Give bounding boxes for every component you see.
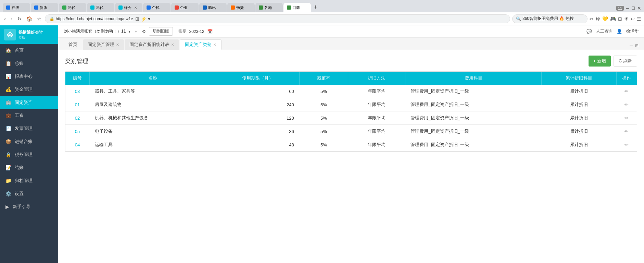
cell-rate: 5% <box>300 111 348 125</box>
sidebar-item-label: 工资 <box>15 112 24 119</box>
browser-tab-8[interactable]: 畅捷 <box>227 3 255 12</box>
browser-tab-6[interactable]: 企业 <box>171 3 199 12</box>
sidebar-item-label: 总账 <box>15 60 24 67</box>
home-button[interactable]: 🏠 <box>25 15 34 22</box>
sidebar-item-funds[interactable]: 💰 资金管理 <box>0 83 58 96</box>
cell-action[interactable]: ✏ <box>616 85 637 98</box>
sidebar: 会 畅捷通好会计 专版 🏠 首页 📋 总账 📊 报表中心 💰 资金管理 🏢 固定… <box>0 25 58 263</box>
app-tab-depreciation[interactable]: 固定资产折旧统计表 ✕ <box>125 39 179 50</box>
cell-method: 年限平均 <box>348 125 405 138</box>
search-box[interactable]: 🔍 360智能抠图免费用 🔥 热搜 <box>512 14 588 23</box>
sidebar-item-home[interactable]: 🏠 首页 <box>0 44 58 57</box>
purchases-icon: 📦 <box>5 139 11 144</box>
sidebar-item-ledger[interactable]: 📋 总账 <box>0 57 58 70</box>
dropdown-icon[interactable]: ▾ <box>128 29 130 34</box>
expand-tab-icon[interactable]: ⊞ <box>635 43 639 48</box>
app-tab-category[interactable]: 固定资产类别 ✕ <box>180 39 222 50</box>
tab-close-icon[interactable]: ✕ <box>213 43 216 47</box>
reports-icon: 📊 <box>5 74 11 79</box>
address-bar: ‹ › ↻ 🏠 ☆ 🔒 https://cloud.chanjet.com/ac… <box>0 12 644 25</box>
cell-code: 01 <box>65 98 89 111</box>
bookmark-button[interactable]: ☆ <box>36 15 43 22</box>
app-tab-fixed-mgmt[interactable]: 固定资产管理 ✕ <box>83 39 124 50</box>
undo-icon[interactable]: ↩ <box>631 16 635 22</box>
sidebar-item-purchases[interactable]: 📦 进销台账 <box>0 135 58 148</box>
home-icon: 🏠 <box>5 48 11 53</box>
calendar-icon[interactable]: 📅 <box>207 29 213 34</box>
sidebar-item-payroll[interactable]: 💼 工资 <box>0 109 58 122</box>
grid-icon[interactable]: ⊞ <box>618 16 622 22</box>
sidebar-item-archive[interactable]: 📁 归档管理 <box>0 174 58 187</box>
scissor-icon[interactable]: ✂ <box>590 16 594 22</box>
cell-action[interactable]: ✏ <box>616 111 637 125</box>
funds-icon: 💰 <box>5 87 11 92</box>
forward-button[interactable]: › <box>9 15 14 23</box>
settings-menu-icon: ⚙️ <box>5 191 11 196</box>
cell-action[interactable]: ✏ <box>616 138 637 152</box>
browser-tab-3[interactable]: 易代 <box>87 3 114 12</box>
tab-label: 在线 <box>12 5 19 10</box>
tax-icon: 🔒 <box>5 152 11 157</box>
browser-tab-4[interactable]: 好会 ✕ <box>115 3 142 12</box>
tab-close-icon[interactable]: ✕ <box>134 6 137 10</box>
new-tab-button[interactable]: + <box>312 4 319 11</box>
translate-icon[interactable]: 译 <box>596 16 600 22</box>
cell-action[interactable]: ✏ <box>616 98 637 111</box>
minimize-icon[interactable]: ─ <box>626 5 629 11</box>
edit-icon[interactable]: ✏ <box>624 142 629 147</box>
sidebar-item-settings[interactable]: ⚙️ 设置 <box>0 187 58 200</box>
sidebar-item-fixed-assets[interactable]: 🏢 固定资产 <box>0 96 58 109</box>
close-icon[interactable]: ✕ <box>637 5 641 11</box>
edit-icon[interactable]: ✏ <box>624 115 629 121</box>
consultant-label[interactable]: 人工咨询 <box>596 28 613 34</box>
game-icon[interactable]: 🎮 <box>610 16 616 22</box>
cell-expense: 管理费用_固定资产折旧_一级 <box>405 138 541 152</box>
edit-icon[interactable]: ✏ <box>624 88 629 94</box>
edit-icon[interactable]: ✏ <box>624 102 629 107</box>
refresh-button[interactable]: C 刷新 <box>614 56 637 67</box>
table-row: 01 房屋及建筑物 240 5% 年限平均 管理费用_固定资产折旧_一级 累计折… <box>65 98 637 111</box>
add-button[interactable]: + 新增 <box>589 56 611 67</box>
consultant-icon: 💬 <box>586 29 592 34</box>
switch-version-button[interactable]: 切到旧版 <box>149 27 173 36</box>
browser-tab-1[interactable]: 新版 <box>31 3 58 12</box>
search-icon: 🔍 <box>516 16 521 21</box>
sidebar-item-tax[interactable]: 🔒 税务管理 <box>0 148 58 161</box>
settings-icon[interactable]: ☀ <box>624 16 629 22</box>
cell-accum: 累计折旧 <box>542 138 616 152</box>
tab-label: 畅捷 <box>236 5 244 10</box>
menu-icon[interactable]: ☰ <box>637 16 641 22</box>
page-title-bar: 类别管理 + 新增 C 刷新 <box>65 56 637 67</box>
wallet-icon[interactable]: 💛 <box>602 16 608 22</box>
browser-tab-2[interactable]: 易代 <box>59 3 86 12</box>
cell-action[interactable]: ✏ <box>616 125 637 138</box>
tab-close-icon[interactable]: ✕ <box>116 43 119 47</box>
tab-label: 个税 <box>152 5 160 10</box>
maximize-icon[interactable]: ☐ <box>631 6 635 11</box>
user-name: 徐泽华 <box>626 28 639 34</box>
app-tab-label: 固定资产折旧统计表 <box>129 41 169 48</box>
minimize-tab-icon[interactable]: ─ <box>630 43 633 48</box>
browser-tab-9[interactable]: 各地 <box>255 3 283 12</box>
tab-close-icon[interactable]: ✕ <box>171 43 174 47</box>
sidebar-item-closing[interactable]: 📝 结账 <box>0 161 58 174</box>
url-bar[interactable]: 🔒 https://cloud.chanjet.com/accounting/u… <box>45 14 510 23</box>
settings-header-icon[interactable]: ⚙ <box>142 29 146 34</box>
sidebar-item-reports[interactable]: 📊 报表中心 <box>0 70 58 83</box>
sidebar-item-label: 归档管理 <box>15 178 33 184</box>
reload-button[interactable]: ↻ <box>16 15 23 22</box>
browser-tab-0[interactable]: 在线 <box>3 3 30 12</box>
sidebar-item-guide[interactable]: ▶ 新手引导 <box>0 200 58 213</box>
edit-icon[interactable]: ✏ <box>624 129 629 134</box>
logo-icon: 会 <box>4 29 16 40</box>
back-button[interactable]: ‹ <box>3 15 7 23</box>
user-account-info: 刘小艳演示账套（勿删勿动！）11 <box>64 28 126 34</box>
add-account-button[interactable]: + <box>133 29 139 34</box>
browser-tab-5[interactable]: 个税 <box>143 3 171 12</box>
sidebar-item-label: 资金管理 <box>15 86 33 93</box>
app-tab-home[interactable]: 首页 <box>64 39 82 50</box>
browser-tab-10[interactable]: 目前 <box>283 3 311 12</box>
browser-tab-7[interactable]: 腾讯 <box>199 3 227 12</box>
cell-expense: 管理费用_固定资产折旧_一级 <box>405 125 541 138</box>
sidebar-item-invoices[interactable]: 🧾 发票管理 <box>0 122 58 135</box>
